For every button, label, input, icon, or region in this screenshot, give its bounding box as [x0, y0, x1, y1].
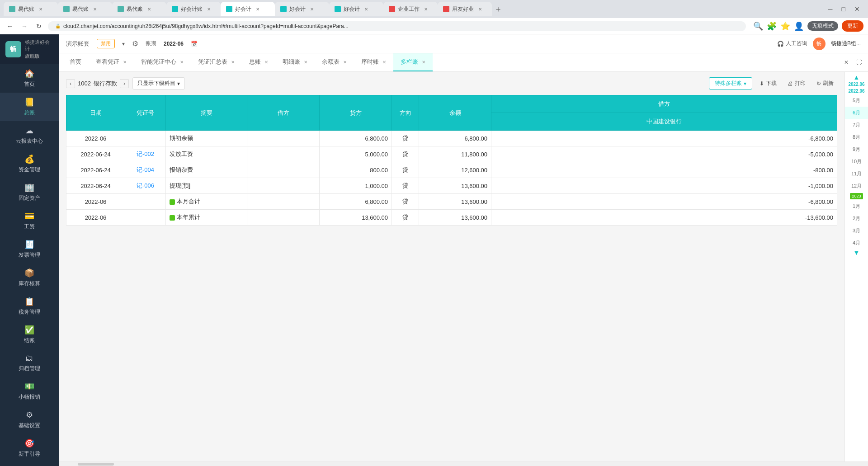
- tab-close-icon[interactable]: ✕: [180, 60, 184, 65]
- expand-tab-button[interactable]: ⛶: [854, 57, 864, 68]
- tab-close-icon[interactable]: ✕: [147, 7, 151, 12]
- voucher-link[interactable]: 记-006: [137, 182, 154, 189]
- refresh-button[interactable]: ↻ 刷新: [813, 78, 837, 89]
- tab-yidaizhang-1[interactable]: 易代账 ✕: [4, 2, 58, 16]
- bookmark-icon[interactable]: ⭐: [780, 21, 790, 31]
- tab-close-icon[interactable]: ✕: [93, 7, 97, 12]
- tab-close-icon[interactable]: ✕: [310, 7, 314, 12]
- sidebar-item-salary[interactable]: 💳 工资: [0, 207, 59, 235]
- tab-general-ledger[interactable]: 总账 ✕: [242, 53, 275, 71]
- sidebar-item-home[interactable]: 🏠 首页: [0, 64, 59, 93]
- sidebar-item-settings[interactable]: ⚙ 基础设置: [0, 405, 59, 434]
- nav-prev-button[interactable]: ‹: [66, 79, 75, 88]
- tab-yidaizhang-2[interactable]: 易代账 ✕: [58, 2, 112, 16]
- nav-reload[interactable]: ↻: [33, 21, 44, 32]
- voucher-link[interactable]: 记-002: [137, 151, 154, 157]
- timeline-2023-month-2[interactable]: 2月: [845, 212, 868, 225]
- timeline-month-6[interactable]: 6月: [845, 107, 868, 119]
- sidebar-item-tax[interactable]: 📋 税务管理: [0, 292, 59, 320]
- sidebar-item-close-account[interactable]: ✅ 结账: [0, 320, 59, 349]
- window-minimize[interactable]: ─: [824, 5, 837, 13]
- tab-close-icon[interactable]: ✕: [231, 60, 235, 65]
- close-tab-button[interactable]: ✕: [841, 57, 852, 68]
- settings-gear-icon[interactable]: ⚙: [132, 39, 138, 48]
- sidebar-item-archive[interactable]: 🗂 归档管理: [0, 349, 59, 377]
- search-icon[interactable]: 🔍: [753, 21, 763, 31]
- print-button[interactable]: 🖨 打印: [784, 78, 809, 89]
- tab-haohuiji-2[interactable]: 好会计 ✕: [221, 2, 275, 16]
- tab-haohuiji-1[interactable]: 好会计账 ✕: [166, 2, 221, 16]
- tab-haohuiji-3[interactable]: 好会计 ✕: [275, 2, 329, 16]
- download-button[interactable]: ⬇ 下载: [756, 78, 780, 89]
- tab-close-icon[interactable]: ✕: [304, 60, 307, 65]
- tab-view-voucher[interactable]: 查看凭证 ✕: [89, 53, 134, 71]
- nav-forward[interactable]: →: [19, 21, 30, 32]
- tab-home[interactable]: 首页: [62, 53, 89, 71]
- demo-badge[interactable]: 禁用: [97, 39, 115, 48]
- tab-balance[interactable]: 余额表 ✕: [315, 53, 354, 71]
- user-name: 畅捷通B组...: [831, 40, 861, 47]
- sidebar-item-funds[interactable]: 💰 资金管理: [0, 150, 59, 178]
- filter-select[interactable]: 只显示下级科目 ▾: [132, 77, 185, 89]
- tab-close-icon[interactable]: ✕: [424, 7, 428, 12]
- address-bar[interactable]: 🔒 cloud2.chanjet.com/accounting/uh26t264…: [48, 21, 746, 31]
- timeline-2023-month-3[interactable]: 3月: [845, 225, 868, 237]
- sidebar-item-expense[interactable]: 💵 小畅报销: [0, 377, 59, 405]
- sidebar-item-fixed-assets[interactable]: 🏢 固定资产: [0, 178, 59, 207]
- tab-yidaizhang-3[interactable]: 易代账 ✕: [112, 2, 166, 16]
- tab-close-icon[interactable]: ✕: [39, 7, 42, 12]
- scrollbar-thumb[interactable]: [78, 463, 114, 466]
- timeline-month-7[interactable]: 7月: [845, 119, 868, 131]
- tab-close-icon[interactable]: ✕: [343, 60, 347, 65]
- tab-yonyou[interactable]: 用友好业 ✕: [438, 2, 492, 16]
- tab-haohuiji-4[interactable]: 好会计 ✕: [329, 2, 383, 16]
- tab-multi-column[interactable]: 多栏账 ✕: [393, 53, 433, 71]
- tab-close-icon[interactable]: ✕: [478, 7, 482, 12]
- special-button[interactable]: 特殊多栏账 ▾: [709, 77, 752, 89]
- nav-back[interactable]: ←: [5, 21, 15, 32]
- timeline-month-12[interactable]: 12月: [845, 180, 868, 192]
- sidebar-item-inventory[interactable]: 📦 库存核算: [0, 264, 59, 292]
- tab-close-icon[interactable]: ✕: [264, 60, 268, 65]
- sidebar-item-invoice[interactable]: 🧾 发票管理: [0, 235, 59, 264]
- timeline-down-arrow[interactable]: ▼: [854, 249, 860, 256]
- tab-chronological[interactable]: 序时账 ✕: [354, 53, 393, 71]
- sidebar-item-membership[interactable]: 👑 畅会员: [0, 462, 59, 466]
- funds-icon: 💰: [24, 154, 34, 164]
- timeline-up-arrow[interactable]: ▲: [854, 74, 860, 81]
- update-button[interactable]: 更新: [842, 20, 863, 32]
- scrollbar-area[interactable]: [59, 461, 868, 466]
- timeline-month-11[interactable]: 11月: [845, 168, 868, 180]
- window-close[interactable]: ✕: [850, 5, 864, 13]
- sidebar-item-guide[interactable]: 🎯 新手引导: [0, 434, 59, 462]
- timeline-month-5[interactable]: 5月: [845, 94, 868, 107]
- nav-next-button[interactable]: ›: [120, 79, 129, 88]
- tab-close-icon[interactable]: ✕: [256, 7, 259, 12]
- voucher-link[interactable]: 记-004: [137, 166, 154, 173]
- window-maximize[interactable]: □: [837, 5, 850, 13]
- tab-detail-ledger[interactable]: 明细账 ✕: [275, 53, 315, 71]
- sidebar-item-ledger[interactable]: 📒 总账: [0, 93, 59, 121]
- incognito-button[interactable]: 无痕模式: [807, 21, 838, 31]
- timeline-month-8[interactable]: 8月: [845, 131, 868, 143]
- tab-close-icon[interactable]: ✕: [382, 60, 386, 65]
- new-tab-button[interactable]: ＋: [492, 3, 505, 15]
- profile-icon[interactable]: 👤: [794, 21, 804, 31]
- dropdown-arrow-icon[interactable]: ▾: [122, 41, 125, 47]
- tab-smart-voucher[interactable]: 智能凭证中心 ✕: [134, 53, 191, 71]
- calendar-icon[interactable]: 📅: [191, 41, 198, 47]
- tab-close-icon[interactable]: ✕: [364, 7, 368, 12]
- tab-enterprise[interactable]: 企业工作 ✕: [383, 2, 438, 16]
- extension-icon[interactable]: 🧩: [767, 21, 777, 31]
- tab-close-icon[interactable]: ✕: [207, 7, 211, 12]
- timeline-month-9[interactable]: 9月: [845, 143, 868, 155]
- tab-close-icon[interactable]: ✕: [123, 60, 127, 65]
- timeline-2023-month-1[interactable]: 1月: [845, 200, 868, 212]
- sidebar-item-cloud-report[interactable]: ☁ 云报表中心: [0, 121, 59, 150]
- tab-close-icon[interactable]: ✕: [422, 60, 425, 65]
- sidebar-item-label: 工资: [24, 223, 35, 231]
- support-button[interactable]: 🎧 人工咨询: [777, 40, 807, 47]
- timeline-2023-month-4[interactable]: 4月: [845, 237, 868, 249]
- timeline-month-10[interactable]: 10月: [845, 155, 868, 168]
- tab-voucher-summary[interactable]: 凭证汇总表 ✕: [191, 53, 242, 71]
